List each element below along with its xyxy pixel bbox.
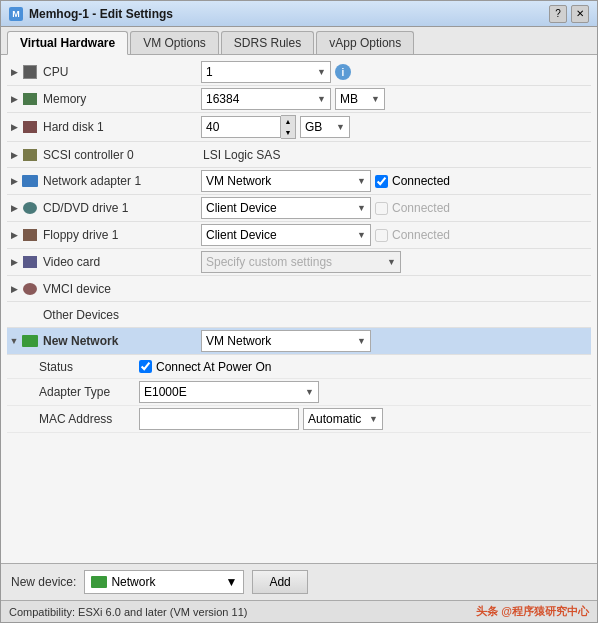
cpu-controls: 1 ▼ i (201, 61, 591, 83)
mac-type-arrow: ▼ (369, 414, 378, 424)
video-card-icon (21, 255, 39, 269)
hard-disk-unit: GB (305, 120, 322, 134)
other-devices-row: Other Devices (7, 302, 591, 328)
status-bar: Compatibility: ESXi 6.0 and later (VM ve… (1, 600, 597, 622)
new-device-value: Network (111, 575, 155, 589)
hard-disk-expand[interactable]: ▶ (7, 120, 21, 134)
hard-disk-unit-select[interactable]: GB ▼ (300, 116, 350, 138)
edit-settings-window: M Memhog-1 - Edit Settings ? ✕ Virtual H… (0, 0, 598, 623)
cdvd-label: CD/DVD drive 1 (41, 201, 201, 215)
cpu-expand[interactable]: ▶ (7, 65, 21, 79)
network-adapter-expand[interactable]: ▶ (7, 174, 21, 188)
memory-expand[interactable]: ▶ (7, 92, 21, 106)
close-button[interactable]: ✕ (571, 5, 589, 23)
tab-virtual-hardware[interactable]: Virtual Hardware (7, 31, 128, 55)
new-network-row: ▼ New Network VM Network ▼ (7, 328, 591, 355)
cdvd-row: ▶ CD/DVD drive 1 Client Device ▼ Connect… (7, 195, 591, 222)
hard-disk-row: ▶ Hard disk 1 ▲ ▼ GB ▼ (7, 113, 591, 142)
memory-unit: MB (340, 92, 358, 106)
other-devices-icon (21, 308, 39, 322)
tab-vm-options[interactable]: VM Options (130, 31, 219, 54)
floppy-select[interactable]: Client Device ▼ (201, 224, 371, 246)
vmci-row: ▶ VMCI device (7, 276, 591, 302)
title-bar-left: M Memhog-1 - Edit Settings (9, 7, 173, 21)
cpu-icon (21, 65, 39, 79)
cpu-info-icon[interactable]: i (335, 64, 351, 80)
scsi-expand[interactable]: ▶ (7, 148, 21, 162)
cdvd-controls: Client Device ▼ Connected (201, 197, 591, 219)
add-button[interactable]: Add (252, 570, 307, 594)
floppy-value: Client Device (206, 228, 277, 242)
content-area: ▶ CPU 1 ▼ i ▶ Memory 16384 ▼ (1, 55, 597, 563)
cdvd-select[interactable]: Client Device ▼ (201, 197, 371, 219)
hard-disk-label: Hard disk 1 (41, 120, 201, 134)
cdvd-expand[interactable]: ▶ (7, 201, 21, 215)
new-network-controls: VM Network ▼ (201, 330, 591, 352)
memory-icon (21, 92, 39, 106)
cdvd-connected-text: Connected (392, 201, 450, 215)
network-adapter-row: ▶ Network adapter 1 VM Network ▼ Connect… (7, 168, 591, 195)
mac-address-sub-row: MAC Address Automatic ▼ (7, 406, 591, 433)
network-adapter-select[interactable]: VM Network ▼ (201, 170, 371, 192)
hard-disk-input[interactable] (201, 116, 281, 138)
tab-bar: Virtual Hardware VM Options SDRS Rules v… (1, 27, 597, 55)
memory-unit-arrow: ▼ (371, 94, 380, 104)
new-network-expand[interactable]: ▼ (7, 334, 21, 348)
mac-type-select[interactable]: Automatic ▼ (303, 408, 383, 430)
video-card-select[interactable]: Specify custom settings ▼ (201, 251, 401, 273)
tab-sdrs-rules[interactable]: SDRS Rules (221, 31, 314, 54)
floppy-controls: Client Device ▼ Connected (201, 224, 591, 246)
watermark-text: 头条 @程序猿研究中心 (476, 604, 589, 619)
new-network-arrow: ▼ (357, 336, 366, 346)
vmci-label: VMCI device (41, 282, 201, 296)
network-adapter-arrow: ▼ (357, 176, 366, 186)
cpu-label: CPU (41, 65, 201, 79)
hard-disk-controls: ▲ ▼ GB ▼ (201, 115, 591, 139)
video-card-expand[interactable]: ▶ (7, 255, 21, 269)
mac-address-input[interactable] (139, 408, 299, 430)
title-buttons: ? ✕ (549, 5, 589, 23)
cdvd-icon (21, 201, 39, 215)
cpu-row: ▶ CPU 1 ▼ i (7, 59, 591, 86)
floppy-connected-checkbox[interactable] (375, 229, 388, 242)
adapter-type-control: E1000E ▼ (139, 381, 591, 403)
video-card-arrow: ▼ (387, 257, 396, 267)
window-icon: M (9, 7, 23, 21)
mac-address-control: Automatic ▼ (139, 408, 591, 430)
scsi-icon (21, 148, 39, 162)
cpu-arrow: ▼ (317, 67, 326, 77)
cpu-select[interactable]: 1 ▼ (201, 61, 331, 83)
new-network-select[interactable]: VM Network ▼ (201, 330, 371, 352)
vmci-expand[interactable]: ▶ (7, 282, 21, 296)
tab-vapp-options[interactable]: vApp Options (316, 31, 414, 54)
new-network-label: New Network (41, 334, 201, 348)
adapter-type-select[interactable]: E1000E ▼ (139, 381, 319, 403)
floppy-row: ▶ Floppy drive 1 Client Device ▼ Connect… (7, 222, 591, 249)
title-bar: M Memhog-1 - Edit Settings ? ✕ (1, 1, 597, 27)
floppy-icon (21, 228, 39, 242)
video-card-row: ▶ Video card Specify custom settings ▼ (7, 249, 591, 276)
memory-unit-select[interactable]: MB ▼ (335, 88, 385, 110)
floppy-connected-text: Connected (392, 228, 450, 242)
memory-controls: 16384 ▼ MB ▼ (201, 88, 591, 110)
connect-at-power-on-checkbox[interactable] (139, 360, 152, 373)
mac-type-value: Automatic (308, 412, 361, 426)
memory-select[interactable]: 16384 ▼ (201, 88, 331, 110)
memory-label: Memory (41, 92, 201, 106)
floppy-expand[interactable]: ▶ (7, 228, 21, 242)
adapter-type-sub-row: Adapter Type E1000E ▼ (7, 379, 591, 406)
vmci-icon (21, 282, 39, 296)
window-title: Memhog-1 - Edit Settings (29, 7, 173, 21)
hard-disk-down[interactable]: ▼ (281, 127, 295, 138)
scsi-row: ▶ SCSI controller 0 LSI Logic SAS (7, 142, 591, 168)
cdvd-connected-checkbox[interactable] (375, 202, 388, 215)
new-device-arrow: ▼ (225, 575, 237, 589)
help-button[interactable]: ? (549, 5, 567, 23)
video-card-label: Video card (41, 255, 201, 269)
video-card-controls: Specify custom settings ▼ (201, 251, 591, 273)
hard-disk-up[interactable]: ▲ (281, 116, 295, 127)
compatibility-text: Compatibility: ESXi 6.0 and later (VM ve… (9, 606, 247, 618)
other-devices-label: Other Devices (41, 308, 201, 322)
network-adapter-connected-checkbox[interactable] (375, 175, 388, 188)
new-device-select[interactable]: Network ▼ (84, 570, 244, 594)
